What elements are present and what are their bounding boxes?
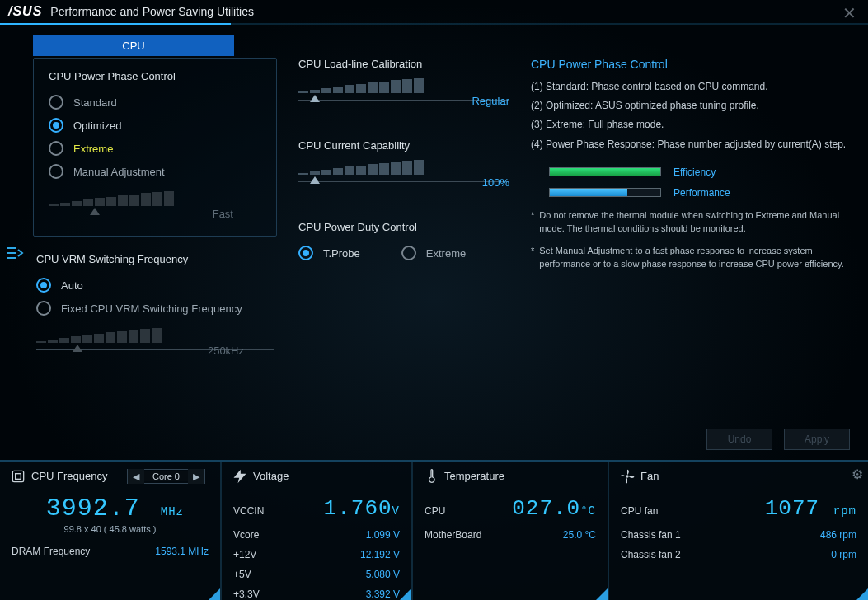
cpu-temp-value: 027.0 [512, 496, 580, 521]
temp-title: Temperature [444, 470, 596, 486]
table-row: Vcore1.099 V [233, 529, 400, 541]
expand-icon [4, 243, 24, 263]
table-row: +3.3V3.392 V [233, 588, 400, 600]
efficiency-bar: Efficiency [549, 167, 661, 176]
header-bar: /SUS Performance and Power Saving Utilit… [0, 0, 868, 23]
duty-opt-tprobe[interactable]: T.Probe [298, 241, 360, 265]
cpu-freq-panel[interactable]: CPU Frequency ◀ Core 0 ▶ 3992.7 MHz 99.8… [0, 462, 221, 600]
tab-cpu[interactable]: CPU [33, 35, 234, 56]
undo-button[interactable]: Undo [706, 429, 772, 450]
phase-opt-manual[interactable]: Manual Adjustment [49, 160, 261, 183]
power-duty-panel: CPU Power Duty Control T.Probe Extreme [298, 221, 509, 265]
current-cap-panel: CPU Current Capability 100% [298, 139, 509, 193]
svg-rect-4 [16, 474, 21, 480]
vrm-opt-fixed[interactable]: Fixed CPU VRM Switching Frequency [36, 297, 274, 320]
info-title: CPU Power Phase Control [531, 58, 853, 71]
table-row: +5V5.080 V [233, 569, 400, 580]
brand-logo: /SUS [8, 4, 42, 19]
panel-resize-icon [209, 588, 220, 600]
duty-opt-extreme[interactable]: Extreme [401, 241, 466, 265]
expand-sidebar-button[interactable] [0, 239, 28, 267]
fan-panel[interactable]: Fan ⚙ CPU fan 1077 rpm Chassis fan 1486 … [608, 462, 868, 600]
performance-bar: Performance [549, 188, 661, 197]
voltage-panel[interactable]: Voltage VCCIN 1.760V Vcore1.099 V+12V12.… [221, 462, 412, 600]
loadline-slider[interactable]: Regular [298, 78, 509, 111]
phase-title: CPU Power Phase Control [49, 70, 261, 82]
thermometer-icon [423, 468, 439, 485]
fan-title: Fan [640, 470, 856, 486]
info-column: CPU Power Phase Control (1) Standard: Ph… [531, 58, 853, 452]
info-bars: Efficiency Performance [549, 167, 853, 197]
action-buttons: Undo Apply [706, 429, 850, 450]
table-row: +12V12.192 V [233, 549, 400, 560]
core-label: Core 0 [144, 471, 188, 481]
apply-button[interactable]: Apply [784, 429, 850, 450]
table-row: Chassis fan 20 rpm [621, 549, 856, 560]
dram-value: 1593.1 MHz [155, 546, 209, 557]
cpu-fan-unit: rpm [833, 504, 856, 518]
panel-resize-icon [596, 588, 608, 600]
bolt-icon [232, 468, 248, 485]
core-stepper[interactable]: ◀ Core 0 ▶ [127, 469, 205, 484]
cpu-fan-label: CPU fan [621, 505, 658, 517]
table-row: Chassis fan 1486 rpm [621, 529, 856, 541]
settings-gear-icon[interactable]: ⚙ [852, 466, 863, 482]
svg-point-6 [626, 475, 628, 477]
vccin-value: 1.760 [324, 496, 392, 521]
info-line-3: (3) Extreme: Full phase mode. [531, 117, 853, 133]
vrm-slider[interactable]: 250kHz [36, 328, 274, 361]
phase-opt-extreme[interactable]: Extreme [49, 137, 261, 160]
dram-label: DRAM Frequency [12, 546, 90, 557]
vrm-opt-auto[interactable]: Auto [36, 274, 274, 297]
cpu-power-phase-panel: CPU Power Phase Control Standard Optimiz… [33, 58, 277, 237]
info-note-1: *Do not remove the thermal module when s… [531, 209, 853, 236]
cpu-temp-label: CPU [425, 505, 445, 517]
svg-marker-5 [234, 470, 246, 484]
info-line-4: (4) Power Phase Response: Phase number a… [531, 137, 853, 152]
core-next[interactable]: ▶ [188, 469, 204, 484]
current-title: CPU Current Capability [298, 139, 509, 152]
left-column: CPU Power Phase Control Standard Optimiz… [33, 58, 277, 452]
cpu-vrm-panel: CPU VRM Switching Frequency Auto Fixed C… [33, 253, 277, 361]
cpu-freq-value: 3992.7 [46, 495, 140, 523]
phase-opt-standard[interactable]: Standard [49, 91, 261, 114]
window-title: Performance and Power Saving Utilities [50, 5, 254, 18]
phase-opt-optimized[interactable]: Optimized [49, 114, 261, 137]
vccin-label: VCCIN [233, 505, 264, 517]
fan-icon [619, 468, 636, 485]
current-slider[interactable]: 100% [298, 160, 509, 193]
info-line-2: (2) Optimized: ASUS optimized phase tuni… [531, 98, 853, 114]
vccin-unit: V [392, 504, 400, 518]
core-prev[interactable]: ◀ [128, 469, 144, 484]
middle-column: CPU Load-line Calibration Regular CPU Cu… [298, 58, 509, 452]
loadline-cal-panel: CPU Load-line Calibration Regular [298, 58, 509, 111]
cpu-freq-sub: 99.8 x 40 ( 45.8 watts ) [12, 524, 209, 534]
temperature-panel[interactable]: Temperature CPU 027.0°C MotherBoard25.0 … [412, 462, 608, 600]
header-underline [0, 23, 868, 25]
voltage-title: Voltage [253, 470, 400, 486]
loadline-title: CPU Load-line Calibration [298, 58, 509, 70]
status-strip: CPU Frequency ◀ Core 0 ▶ 3992.7 MHz 99.8… [0, 460, 868, 600]
panel-resize-icon [856, 588, 868, 600]
main-content: CPU Power Phase Control Standard Optimiz… [33, 58, 853, 452]
duty-title: CPU Power Duty Control [298, 221, 509, 233]
info-note-2: *Set Manual Adjustment to a fast phase r… [531, 244, 853, 271]
cpu-icon [10, 468, 26, 485]
table-row: MotherBoard25.0 °C [425, 529, 596, 541]
cpu-fan-value: 1077 [765, 496, 819, 521]
cpu-temp-unit: °C [580, 504, 596, 518]
panel-resize-icon [400, 588, 411, 600]
vrm-title: CPU VRM Switching Frequency [36, 253, 274, 265]
info-line-1: (1) Standard: Phase control based on CPU… [531, 79, 853, 95]
close-button[interactable]: ✕ [842, 3, 856, 23]
cpu-freq-unit: MHz [161, 505, 184, 518]
phase-slider[interactable]: Fast [49, 191, 261, 224]
svg-rect-3 [12, 471, 23, 481]
tab-strip: CPU [33, 35, 234, 56]
info-list: (1) Standard: Phase control based on CPU… [531, 79, 853, 152]
